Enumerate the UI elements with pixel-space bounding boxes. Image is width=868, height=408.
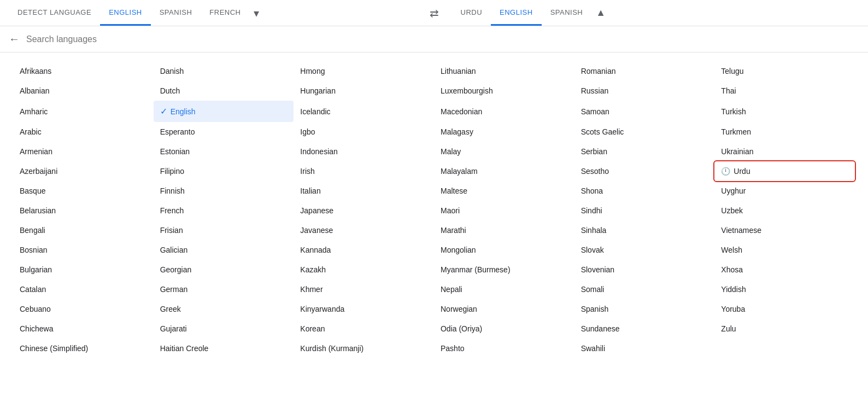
language-item[interactable]: Galician <box>154 240 294 260</box>
source-french-tab[interactable]: FRENCH <box>201 1 249 26</box>
language-item[interactable]: Azerbaijani <box>13 161 154 181</box>
target-english-tab[interactable]: ENGLISH <box>491 1 542 26</box>
back-arrow-icon[interactable]: ← <box>9 33 20 45</box>
language-item[interactable]: Zulu <box>714 319 855 339</box>
language-item[interactable]: Hmong <box>294 61 434 81</box>
language-item[interactable]: Dutch <box>154 81 294 101</box>
language-item[interactable]: German <box>154 279 294 299</box>
language-item[interactable]: Filipino <box>154 161 294 181</box>
language-item[interactable]: Igbo <box>294 122 434 142</box>
language-item[interactable]: Belarusian <box>13 201 154 220</box>
language-item[interactable]: Chichewa <box>13 319 154 339</box>
language-item[interactable]: Sesotho <box>574 161 715 181</box>
language-item[interactable]: Korean <box>294 319 434 339</box>
language-item[interactable]: Amharic <box>13 101 154 122</box>
language-item[interactable]: Sindhi <box>574 201 715 220</box>
language-item[interactable]: Russian <box>574 81 715 101</box>
language-item[interactable]: Sinhala <box>574 220 715 240</box>
language-item[interactable]: Italian <box>294 181 434 201</box>
language-item[interactable]: Turkish <box>714 101 855 122</box>
language-item[interactable]: Uyghur <box>714 181 855 201</box>
language-item[interactable]: Ukrainian <box>714 142 855 161</box>
language-item[interactable]: Macedonian <box>434 101 574 122</box>
language-item[interactable]: Icelandic <box>294 101 434 122</box>
language-item[interactable]: Samoan <box>574 101 715 122</box>
language-item[interactable]: Georgian <box>154 260 294 279</box>
language-item[interactable]: Armenian <box>13 142 154 161</box>
language-item[interactable]: Bosnian <box>13 240 154 260</box>
language-item[interactable]: Japanese <box>294 201 434 220</box>
language-item[interactable]: Maltese <box>434 181 574 201</box>
language-item[interactable]: Cebuano <box>13 299 154 319</box>
chevron-up-icon[interactable]: ▲ <box>596 7 606 19</box>
language-item[interactable]: Basque <box>13 181 154 201</box>
detect-language-tab[interactable]: DETECT LANGUAGE <box>9 1 100 26</box>
language-item[interactable]: Chinese (Simplified) <box>13 339 154 358</box>
target-spanish-tab[interactable]: SPANISH <box>542 1 592 26</box>
language-item[interactable]: Welsh <box>714 240 855 260</box>
language-item[interactable]: Arabic <box>13 122 154 142</box>
language-item[interactable]: Yiddish <box>714 279 855 299</box>
language-item[interactable]: Irish <box>294 161 434 181</box>
language-item[interactable]: 🕛Urdu <box>714 161 855 181</box>
language-item[interactable]: Pashto <box>434 339 574 358</box>
language-item[interactable]: Slovak <box>574 240 715 260</box>
language-item[interactable]: Myanmar (Burmese) <box>434 260 574 279</box>
language-item[interactable]: Finnish <box>154 181 294 201</box>
language-item[interactable]: Estonian <box>154 142 294 161</box>
language-item[interactable]: Telugu <box>714 61 855 81</box>
swap-languages-icon[interactable]: ⇄ <box>430 7 439 20</box>
language-item[interactable]: Esperanto <box>154 122 294 142</box>
language-item[interactable]: Hungarian <box>294 81 434 101</box>
language-item[interactable]: Malayalam <box>434 161 574 181</box>
language-item[interactable]: Sundanese <box>574 319 715 339</box>
language-item[interactable]: Yoruba <box>714 299 855 319</box>
language-item[interactable]: Swahili <box>574 339 715 358</box>
language-item[interactable]: Thai <box>714 81 855 101</box>
language-item[interactable]: Kazakh <box>294 260 434 279</box>
language-item[interactable]: Spanish <box>574 299 715 319</box>
language-item[interactable]: Kurdish (Kurmanji) <box>294 339 434 358</box>
language-item[interactable]: Shona <box>574 181 715 201</box>
language-item[interactable]: Haitian Creole <box>154 339 294 358</box>
language-item[interactable]: Bengali <box>13 220 154 240</box>
language-item[interactable]: Serbian <box>574 142 715 161</box>
language-item[interactable]: Luxembourgish <box>434 81 574 101</box>
language-item[interactable]: Maori <box>434 201 574 220</box>
language-item[interactable]: Bulgarian <box>13 260 154 279</box>
language-item[interactable]: Nepali <box>434 279 574 299</box>
language-item[interactable]: Romanian <box>574 61 715 81</box>
language-item[interactable]: Vietnamese <box>714 220 855 240</box>
language-item[interactable]: Albanian <box>13 81 154 101</box>
language-item[interactable]: Greek <box>154 299 294 319</box>
language-item[interactable]: Turkmen <box>714 122 855 142</box>
language-item[interactable]: Catalan <box>13 279 154 299</box>
language-item[interactable]: Khmer <box>294 279 434 299</box>
language-item[interactable]: Scots Gaelic <box>574 122 715 142</box>
language-item[interactable]: Frisian <box>154 220 294 240</box>
language-item[interactable]: Indonesian <box>294 142 434 161</box>
language-item[interactable]: Slovenian <box>574 260 715 279</box>
language-item[interactable]: Marathi <box>434 220 574 240</box>
language-item[interactable]: ✓English <box>154 101 294 122</box>
chevron-down-icon[interactable]: ▾ <box>254 7 259 20</box>
language-item[interactable]: Gujarati <box>154 319 294 339</box>
language-item[interactable]: Kinyarwanda <box>294 299 434 319</box>
language-item[interactable]: Malagasy <box>434 122 574 142</box>
language-item[interactable] <box>714 339 855 358</box>
language-item[interactable]: Lithuanian <box>434 61 574 81</box>
language-item[interactable]: Mongolian <box>434 240 574 260</box>
language-item[interactable]: Kannada <box>294 240 434 260</box>
language-item[interactable]: Xhosa <box>714 260 855 279</box>
language-item[interactable]: Afrikaans <box>13 61 154 81</box>
language-item[interactable]: Danish <box>154 61 294 81</box>
language-item[interactable]: Odia (Oriya) <box>434 319 574 339</box>
source-english-tab[interactable]: ENGLISH <box>100 1 151 26</box>
target-urdu-tab[interactable]: URDU <box>452 1 491 26</box>
language-item[interactable]: French <box>154 201 294 220</box>
language-item[interactable]: Malay <box>434 142 574 161</box>
source-spanish-tab[interactable]: SPANISH <box>151 1 201 26</box>
language-item[interactable]: Javanese <box>294 220 434 240</box>
language-item[interactable]: Somali <box>574 279 715 299</box>
language-item[interactable]: Uzbek <box>714 201 855 220</box>
